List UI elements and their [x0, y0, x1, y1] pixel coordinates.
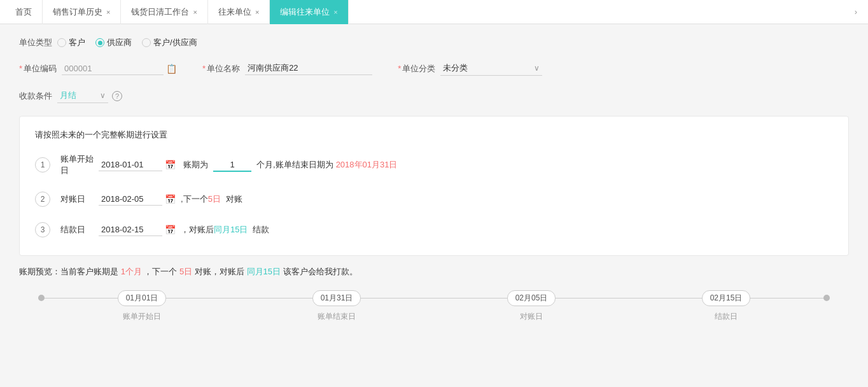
row3-highlight: 同月15日	[214, 224, 248, 236]
row2-highlight: 5日	[208, 194, 221, 205]
row3-desc-2: 结款	[253, 224, 269, 236]
unit-code-field: * 单位编码 📋	[19, 62, 177, 75]
unit-category-label: 单位分类	[402, 63, 435, 74]
unit-code-label: 单位编码	[24, 63, 57, 74]
radio-circle-supplier	[95, 38, 104, 47]
row-label-2: 对账日	[60, 194, 99, 205]
timeline-node-2: 01月31日 账单结束日	[239, 290, 434, 322]
unit-type-row: 单位类型 客户 供应商 客户/供应商	[19, 37, 849, 48]
payment-terms-dropdown[interactable]: 月结 ∨	[57, 88, 108, 103]
settlement-row-2: 2 对账日 📅 ,下一个 5日 对账	[35, 192, 833, 207]
unit-name-label: 单位名称	[207, 63, 240, 74]
row2-desc-2: 对账	[226, 194, 242, 205]
preview-text: 账期预览：当前客户账期是 1个月 ，下一个 5日 对账，对账后 同月15日 该客…	[19, 266, 849, 278]
timeline-badge-3: 02月05日	[507, 290, 556, 306]
tab-cash-work-desk[interactable]: 钱货日清工作台 ×	[121, 0, 207, 24]
close-tab-edit-partner[interactable]: ×	[333, 8, 337, 16]
preview-part3: 5日	[179, 267, 192, 276]
unit-category-field: * 单位分类 未分类 ∨	[398, 61, 542, 76]
row-num-1: 1	[35, 157, 50, 172]
unit-type-radio-group: 客户 供应商 客户/供应商	[57, 37, 197, 48]
settlement-title: 请按照未来的一个完整帐期进行设置	[35, 129, 833, 141]
payment-terms-label: 收款条件	[19, 90, 52, 102]
start-date-calendar-icon[interactable]: 📅	[165, 160, 176, 170]
row-num-2: 2	[35, 192, 50, 207]
close-tab-sales[interactable]: ×	[106, 8, 110, 16]
row1-desc-suffix: 个月,账单结束日期为	[256, 159, 333, 171]
radio-circle-both	[142, 38, 151, 47]
row3-desc-1: ，对账后	[181, 224, 214, 236]
reconcile-date-input[interactable]	[99, 193, 162, 206]
timeline-start-dot	[38, 295, 45, 301]
tab-edit-partner[interactable]: 编辑往来单位 ×	[270, 0, 348, 24]
start-date-input[interactable]	[99, 158, 162, 171]
payment-terms-help-icon[interactable]: ?	[112, 91, 122, 101]
timeline-badge-1: 01月01日	[118, 290, 167, 306]
period-input[interactable]	[213, 158, 251, 172]
timeline: 01月01日 账单开始日 01月31日 账单结束日 02月05日 对账日	[19, 290, 849, 322]
settlement-row-1: 1 账单开始日 📅 账期为 个月,账单结束日期为 2018年01月31日	[35, 153, 833, 176]
radio-supplier[interactable]: 供应商	[95, 37, 132, 48]
unit-category-required: *	[398, 64, 401, 73]
timeline-node-4: 02月15日 结款日	[629, 290, 823, 322]
tabs-expand-button[interactable]: ›	[849, 0, 863, 24]
row2-desc-1: ,下一个	[181, 194, 208, 205]
close-tab-partner[interactable]: ×	[255, 8, 259, 16]
unit-category-dropdown[interactable]: 未分类 ∨	[440, 61, 542, 76]
tab-partner-units[interactable]: 往来单位 ×	[208, 0, 270, 24]
timeline-node-1: 01月01日 账单开始日	[45, 290, 239, 322]
unit-name-input[interactable]	[245, 62, 372, 75]
settlement-card: 请按照未来的一个完整帐期进行设置 1 账单开始日 📅 账期为 个月,账单结束日期…	[19, 116, 849, 256]
row1-end-date: 2018年01月31日	[336, 159, 398, 171]
timeline-badge-2: 01月31日	[312, 290, 361, 306]
radio-customer[interactable]: 客户	[57, 37, 85, 48]
row-label-3: 结款日	[60, 224, 99, 236]
timeline-badge-4: 02月15日	[702, 290, 751, 306]
timeline-label-1: 账单开始日	[123, 311, 161, 322]
timeline-node-3: 02月05日 对账日	[434, 290, 629, 322]
tab-sales-order-history[interactable]: 销售订单历史 ×	[43, 0, 121, 24]
payment-terms-row: 收款条件 月结 ∨ ?	[19, 88, 849, 103]
payment-terms-dropdown-arrow[interactable]: ∨	[97, 91, 108, 100]
preview-part5: 同月15日	[247, 267, 281, 276]
payment-date-calendar-icon[interactable]: 📅	[165, 225, 176, 235]
unit-type-label: 单位类型	[19, 37, 52, 48]
unit-category-dropdown-arrow[interactable]: ∨	[531, 64, 542, 73]
reconcile-date-calendar-icon[interactable]: 📅	[165, 194, 176, 204]
unit-info-row: * 单位编码 📋 * 单位名称 * 单位分类 未分类 ∨	[19, 61, 849, 76]
copy-icon[interactable]: 📋	[166, 64, 177, 74]
unit-name-field: * 单位名称	[202, 62, 372, 75]
settlement-row-3: 3 结款日 📅 ，对账后 同月15日 结款	[35, 222, 833, 237]
radio-circle-customer	[57, 38, 66, 47]
unit-name-required: *	[202, 64, 206, 73]
timeline-label-2: 账单结束日	[318, 311, 356, 322]
tab-home[interactable]: 首页	[5, 0, 43, 24]
unit-code-required: *	[19, 64, 22, 73]
row-num-3: 3	[35, 222, 50, 237]
preview-part1: 1个月	[121, 267, 142, 276]
unit-code-input[interactable]	[62, 62, 164, 75]
page-content: 单位类型 客户 供应商 客户/供应商 * 单位编码 📋 *	[0, 24, 868, 387]
timeline-end-dot	[823, 295, 830, 301]
row1-desc-prefix: 账期为	[183, 159, 208, 171]
close-tab-cash[interactable]: ×	[193, 8, 197, 16]
row-label-1: 账单开始日	[60, 153, 99, 176]
timeline-label-4: 结款日	[715, 311, 738, 322]
timeline-label-3: 对账日	[520, 311, 543, 322]
radio-both[interactable]: 客户/供应商	[142, 37, 197, 48]
tabs-bar: 首页 销售订单历史 × 钱货日清工作台 × 往来单位 × 编辑往来单位 × ›	[0, 0, 868, 24]
payment-date-input[interactable]	[99, 223, 162, 236]
